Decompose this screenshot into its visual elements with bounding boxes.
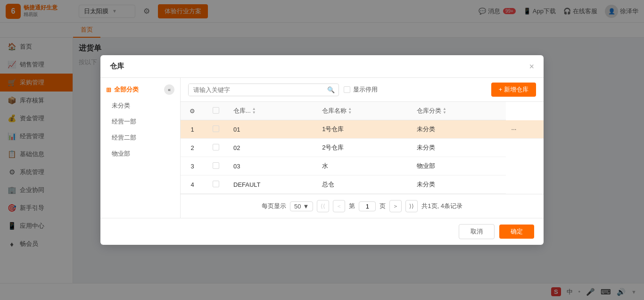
warehouse-table: ⚙ 仓库... ▲▼ 仓库名称 — [181, 102, 544, 194]
sort-arrows-cat: ▲▼ — [443, 107, 446, 115]
chevron-down-icon: ▼ — [303, 203, 309, 210]
table-row[interactable]: 1 01 1号仓库 未分类 ··· — [181, 120, 544, 139]
right-panel: 🔍 显示停用 + 新增仓库 ⚙ — [181, 78, 544, 218]
row-checkbox[interactable] — [213, 162, 219, 169]
row-code: 01 — [228, 120, 316, 139]
row-code: 02 — [228, 139, 316, 157]
row-code: DEFAULT — [228, 175, 316, 194]
row-category: 未分类 — [411, 175, 506, 194]
row-category: 物业部 — [411, 157, 506, 175]
row-name: 水 — [316, 157, 411, 175]
collapse-button[interactable]: « — [164, 84, 174, 95]
row-name: 总仓 — [316, 175, 411, 194]
cancel-button[interactable]: 取消 — [459, 224, 495, 239]
modal-footer: 取消 确定 — [100, 218, 544, 245]
row-category: 未分类 — [411, 139, 506, 157]
all-categories-header[interactable]: ⊞ 全部分类 « — [100, 82, 180, 98]
search-input[interactable] — [189, 84, 323, 96]
row-index: 4 — [181, 175, 204, 194]
show-disabled-checkbox[interactable] — [344, 86, 350, 93]
col-checkbox — [204, 102, 228, 120]
row-name: 1号仓库 — [316, 120, 411, 139]
last-page-button[interactable]: ⟩⟩ — [405, 200, 418, 212]
modal-title: 仓库 — [110, 62, 124, 71]
header-checkbox[interactable] — [213, 107, 219, 114]
modal-overlay: 仓库 × ⊞ 全部分类 « 未分类 经营一部 经营二部 — [0, 0, 644, 300]
category-item-uncategorized[interactable]: 未分类 — [100, 98, 180, 114]
col-category: 仓库分类 ▲▼ — [411, 102, 506, 120]
right-toolbar: 🔍 显示停用 + 新增仓库 — [181, 78, 544, 102]
page-suffix: 页 — [380, 202, 386, 210]
col-settings: ⚙ — [181, 102, 204, 120]
row-index: 3 — [181, 157, 204, 175]
per-page-value: 50 — [294, 203, 301, 210]
table-row[interactable]: 3 03 水 物业部 — [181, 157, 544, 175]
modal-close-button[interactable]: × — [529, 62, 534, 71]
sort-arrows-code: ▲▼ — [252, 107, 256, 115]
total-records: 共1页, 4条记录 — [421, 202, 462, 210]
row-index: 1 — [181, 120, 204, 139]
per-page-label: 每页显示 — [262, 202, 286, 210]
category-item-property[interactable]: 物业部 — [100, 146, 180, 162]
left-panel: ⊞ 全部分类 « 未分类 经营一部 经营二部 物业部 — [100, 78, 181, 218]
row-name: 2号仓库 — [316, 139, 411, 157]
confirm-button[interactable]: 确定 — [499, 225, 534, 239]
row-code: 03 — [228, 157, 316, 175]
next-page-button[interactable]: ＞ — [389, 200, 402, 212]
grid-icon: ⊞ — [106, 86, 111, 93]
warehouse-modal: 仓库 × ⊞ 全部分类 « 未分类 经营一部 经营二部 — [100, 55, 544, 245]
row-actions[interactable]: ··· — [506, 120, 544, 139]
col-code: 仓库... ▲▼ — [228, 102, 316, 120]
table-row[interactable]: 2 02 2号仓库 未分类 — [181, 139, 544, 157]
show-disabled-option: 显示停用 — [344, 85, 378, 94]
page-label: 第 — [349, 202, 355, 210]
table-row[interactable]: 4 DEFAULT 总仓 未分类 — [181, 175, 544, 194]
page-input[interactable] — [359, 201, 376, 211]
pagination-bar: 每页显示 50 ▼ ⟨⟨ ＜ 第 页 ＞ ⟩⟩ 共1页, 4条记录 — [181, 194, 544, 218]
search-icon: 🔍 — [327, 86, 335, 93]
row-category: 未分类 — [411, 120, 506, 139]
first-page-button[interactable]: ⟨⟨ — [317, 200, 329, 212]
modal-header: 仓库 × — [100, 55, 544, 78]
category-item-dept2[interactable]: 经营二部 — [100, 130, 180, 146]
table-header-row: ⚙ 仓库... ▲▼ 仓库名称 — [181, 102, 544, 120]
modal-body: ⊞ 全部分类 « 未分类 经营一部 经营二部 物业部 — [100, 78, 544, 218]
row-checkbox[interactable] — [213, 181, 219, 187]
show-disabled-label: 显示停用 — [353, 85, 378, 94]
row-checkbox[interactable] — [213, 125, 219, 132]
category-item-dept1[interactable]: 经营一部 — [100, 114, 180, 130]
search-box: 🔍 — [188, 83, 339, 96]
col-name: 仓库名称 ▲▼ — [316, 102, 411, 120]
row-checkbox[interactable] — [213, 144, 219, 150]
prev-page-button[interactable]: ＜ — [333, 200, 345, 212]
row-index: 2 — [181, 139, 204, 157]
sort-arrows-name: ▲▼ — [348, 107, 352, 115]
all-categories-label: 全部分类 — [114, 85, 139, 94]
per-page-select[interactable]: 50 ▼ — [290, 201, 313, 211]
new-warehouse-button[interactable]: + 新增仓库 — [491, 83, 536, 97]
search-icon-button[interactable]: 🔍 — [323, 86, 339, 93]
